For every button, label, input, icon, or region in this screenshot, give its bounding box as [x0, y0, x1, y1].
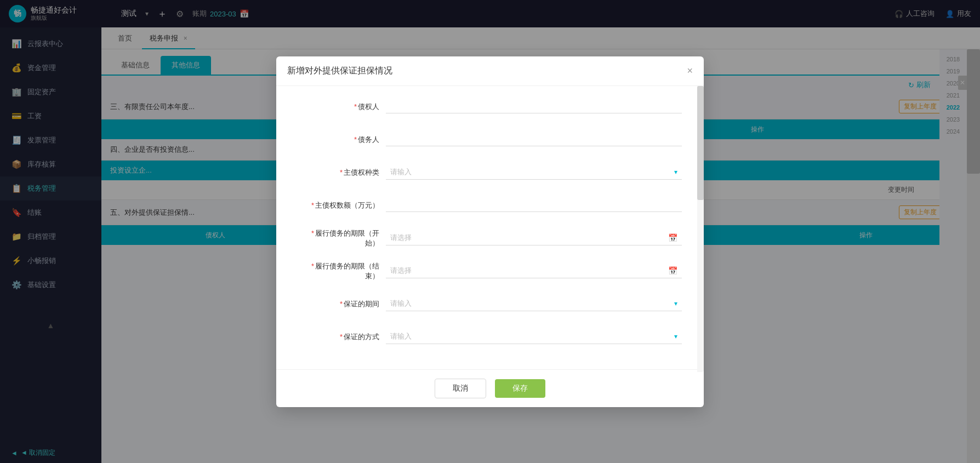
period-start-placeholder: 请选择 — [390, 233, 668, 243]
period-start-calendar-icon: 📅 — [668, 233, 677, 242]
claim-type-required: * — [340, 168, 343, 176]
creditor-required: * — [354, 102, 357, 111]
debtor-required: * — [354, 135, 357, 144]
claim-amount-input[interactable] — [386, 199, 682, 212]
form-row-debtor: *债务人 — [298, 130, 682, 150]
cancel-button[interactable]: 取消 — [435, 379, 486, 398]
guarantee-method-placeholder: 请输入 — [390, 331, 674, 341]
period-start-required: * — [311, 229, 314, 237]
claim-type-placeholder: 请输入 — [390, 167, 674, 177]
claim-amount-label: *主债权数额（万元） — [298, 201, 386, 210]
claim-amount-required: * — [311, 201, 314, 209]
dialog-scrollbar[interactable] — [697, 86, 704, 372]
dialog-header: 新增对外提供保证担保情况 × — [276, 56, 704, 86]
save-button[interactable]: 保存 — [495, 379, 545, 398]
form-row-creditor: *债权人 — [298, 97, 682, 117]
period-start-date[interactable]: 请选择 📅 — [386, 231, 682, 245]
period-start-label: *履行债务的期限（开始） — [298, 228, 386, 248]
period-end-calendar-icon: 📅 — [668, 266, 677, 275]
guarantee-method-select[interactable]: 请输入 ▾ — [386, 329, 682, 344]
debtor-label: *债务人 — [298, 135, 386, 145]
dialog-scrollbar-thumb — [697, 86, 704, 201]
guarantee-period-label: *保证的期间 — [298, 299, 386, 309]
form-row-claim-type: *主债权种类 请输入 ▾ — [298, 163, 682, 182]
dialog-body: *债权人 *债务人 *主债权种类 请输入 ▾ — [276, 86, 704, 369]
dialog-footer: 取消 保存 — [276, 369, 704, 407]
guarantee-period-required: * — [340, 300, 343, 308]
period-end-label: *履行债务的期限（结束） — [298, 261, 386, 281]
guarantee-method-arrow-icon: ▾ — [674, 333, 677, 340]
guarantee-period-select[interactable]: 请输入 ▾ — [386, 296, 682, 311]
period-end-date[interactable]: 请选择 📅 — [386, 264, 682, 278]
form-row-guarantee-period: *保证的期间 请输入 ▾ — [298, 294, 682, 314]
form-row-period-end: *履行债务的期限（结束） 请选择 📅 — [298, 261, 682, 281]
guarantee-period-arrow-icon: ▾ — [674, 300, 677, 307]
dialog: 新增对外提供保证担保情况 × *债权人 *债务人 *主债权种类 — [276, 56, 704, 407]
dialog-overlay: 新增对外提供保证担保情况 × *债权人 *债务人 *主债权种类 — [0, 0, 980, 463]
guarantee-method-required: * — [340, 333, 343, 341]
form-row-period-start: *履行债务的期限（开始） 请选择 📅 — [298, 228, 682, 248]
form-row-claim-amount: *主债权数额（万元） — [298, 196, 682, 215]
creditor-label: *债权人 — [298, 102, 386, 112]
debtor-input[interactable] — [386, 133, 682, 146]
form-row-guarantee-method: *保证的方式 请输入 ▾ — [298, 327, 682, 347]
guarantee-period-placeholder: 请输入 — [390, 299, 674, 308]
claim-type-arrow-icon: ▾ — [674, 168, 677, 176]
claim-type-select[interactable]: 请输入 ▾ — [386, 165, 682, 180]
dialog-close-button[interactable]: × — [687, 66, 693, 76]
creditor-input[interactable] — [386, 100, 682, 113]
period-end-required: * — [311, 262, 314, 270]
dialog-title: 新增对外提供保证担保情况 — [287, 65, 392, 77]
guarantee-method-label: *保证的方式 — [298, 332, 386, 342]
period-end-placeholder: 请选择 — [390, 266, 668, 276]
claim-type-label: *主债权种类 — [298, 168, 386, 178]
